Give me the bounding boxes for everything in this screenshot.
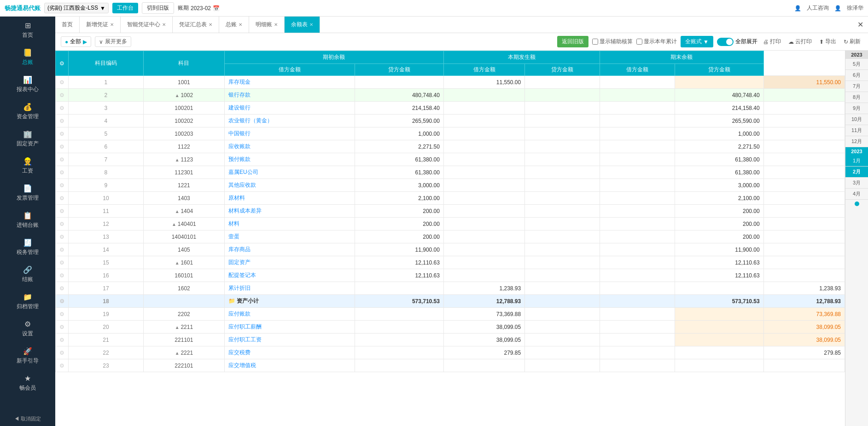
row-settings-icon[interactable]: ⚙ bbox=[59, 298, 64, 305]
tab-detail-ledger[interactable]: 明细账 ✕ bbox=[249, 17, 285, 33]
consult-label[interactable]: 人工咨询 bbox=[807, 4, 829, 12]
row-settings-icon[interactable]: ⚙ bbox=[59, 234, 64, 240]
settings-cell[interactable]: ⚙ bbox=[56, 256, 69, 269]
settings-cell[interactable]: ⚙ bbox=[56, 308, 69, 321]
month-3[interactable]: 3月 bbox=[845, 178, 868, 189]
subject-name[interactable]: 固定资产 bbox=[228, 259, 250, 265]
row-settings-icon[interactable]: ⚙ bbox=[59, 118, 64, 124]
row-settings-icon[interactable]: ⚙ bbox=[59, 285, 64, 292]
subject-name-cell[interactable]: 累计折旧 bbox=[225, 282, 355, 295]
settings-cell[interactable]: ⚙ bbox=[56, 102, 69, 115]
subject-name-cell[interactable]: 壹蛋 bbox=[225, 230, 355, 243]
sidebar-item-payroll[interactable]: 👷 工资 bbox=[0, 152, 55, 179]
subject-name[interactable]: 累计折旧 bbox=[228, 285, 250, 291]
subject-name[interactable]: 预付账款 bbox=[228, 156, 250, 162]
settings-cell[interactable]: ⚙ bbox=[56, 153, 69, 166]
month-7[interactable]: 7月 bbox=[845, 81, 868, 92]
toggle-switch[interactable] bbox=[717, 38, 734, 46]
tab-general-ledger-close[interactable]: ✕ bbox=[239, 22, 242, 27]
settings-cell[interactable]: ⚙ bbox=[56, 115, 69, 127]
subject-name[interactable]: 应付职工工资 bbox=[228, 336, 262, 343]
subject-name[interactable]: 应付职工薪酬 bbox=[228, 323, 262, 330]
sidebar-item-funds[interactable]: 💰 资金管理 bbox=[0, 98, 55, 125]
export-button[interactable]: ⬆ 导出 bbox=[817, 37, 838, 46]
tab-new-voucher-close[interactable]: ✕ bbox=[110, 22, 114, 27]
unpin-sidebar-button[interactable]: ◀ 取消固定 bbox=[0, 412, 55, 426]
subject-name-cell[interactable]: 应交增值税 bbox=[225, 359, 355, 372]
show-aux-check-label[interactable]: 显示辅助核算 bbox=[592, 38, 633, 46]
subject-name[interactable]: 壹蛋 bbox=[228, 233, 239, 240]
settings-cell[interactable]: ⚙ bbox=[56, 166, 69, 179]
settings-cell[interactable]: ⚙ bbox=[56, 346, 69, 359]
settings-cell[interactable]: ⚙ bbox=[56, 127, 69, 140]
sidebar-item-close[interactable]: 🔗 结账 bbox=[0, 261, 55, 288]
row-settings-icon[interactable]: ⚙ bbox=[59, 144, 64, 150]
sidebar-item-member[interactable]: ★ 畅会员 bbox=[0, 369, 55, 397]
tab-smart-voucher-close[interactable]: ✕ bbox=[162, 22, 166, 27]
subject-name[interactable]: 银行存款 bbox=[228, 92, 250, 98]
row-settings-icon[interactable]: ⚙ bbox=[59, 208, 64, 214]
month-10[interactable]: 10月 bbox=[845, 114, 868, 125]
month-8[interactable]: 8月 bbox=[845, 92, 868, 103]
sidebar-item-archive[interactable]: 📁 归档管理 bbox=[0, 288, 55, 315]
tab-home[interactable]: 首页 bbox=[55, 17, 80, 33]
row-settings-icon[interactable]: ⚙ bbox=[59, 311, 64, 317]
settings-cell[interactable]: ⚙ bbox=[56, 89, 69, 102]
subject-name-cell[interactable]: 预付账款 bbox=[225, 153, 355, 166]
row-settings-icon[interactable]: ⚙ bbox=[59, 195, 64, 201]
subject-name[interactable]: 建设银行 bbox=[228, 104, 250, 111]
sidebar-item-invoices[interactable]: 📄 发票管理 bbox=[0, 179, 55, 207]
tab-voucher-summary-close[interactable]: ✕ bbox=[209, 22, 212, 27]
settings-cell[interactable]: ⚙ bbox=[56, 192, 69, 205]
settings-cell[interactable]: ⚙ bbox=[56, 230, 69, 243]
row-settings-icon[interactable]: ⚙ bbox=[59, 169, 64, 176]
show-aux-checkbox[interactable] bbox=[592, 39, 598, 45]
settings-cell[interactable]: ⚙ bbox=[56, 205, 69, 218]
workbench-button[interactable]: 工作台 bbox=[112, 3, 138, 13]
subject-name[interactable]: 应付账款 bbox=[228, 311, 250, 317]
subject-name-cell[interactable]: 嘉属EU公司 bbox=[225, 166, 355, 179]
subject-name[interactable]: 材料成本差异 bbox=[228, 207, 262, 214]
tab-smart-voucher[interactable]: 智能凭证中心 ✕ bbox=[121, 17, 173, 33]
subject-name[interactable]: 原材料 bbox=[228, 195, 245, 201]
row-settings-icon[interactable]: ⚙ bbox=[59, 221, 64, 227]
subject-name-cell[interactable]: 库存现金 bbox=[225, 76, 355, 89]
tab-new-voucher[interactable]: 新增凭证 ✕ bbox=[80, 17, 121, 33]
row-settings-icon[interactable]: ⚙ bbox=[59, 247, 64, 253]
subject-name-cell[interactable]: 应付账款 bbox=[225, 308, 355, 321]
sidebar-item-tax[interactable]: 🧾 税务管理 bbox=[0, 234, 55, 261]
month-1[interactable]: 1月 bbox=[845, 155, 868, 167]
subject-name[interactable]: 嘉属EU公司 bbox=[228, 169, 258, 175]
subject-name[interactable]: 库存商品 bbox=[228, 246, 250, 253]
subject-name-cell[interactable]: 其他应收款 bbox=[225, 179, 355, 192]
sidebar-item-home[interactable]: ⊞ 首页 bbox=[0, 17, 55, 44]
tab-balance-sheet-close[interactable]: ✕ bbox=[309, 22, 313, 27]
month-5[interactable]: 5月 bbox=[845, 59, 868, 70]
month-11[interactable]: 11月 bbox=[845, 125, 868, 136]
month-9[interactable]: 9月 bbox=[845, 103, 868, 114]
row-settings-icon[interactable]: ⚙ bbox=[59, 182, 64, 189]
sidebar-item-guide[interactable]: 🚀 新手引导 bbox=[0, 342, 55, 369]
subject-name-cell[interactable]: 银行存款 bbox=[225, 89, 355, 102]
row-settings-icon[interactable]: ⚙ bbox=[59, 105, 64, 111]
month-12[interactable]: 12月 bbox=[845, 136, 868, 147]
subject-name-cell[interactable]: 应收账款 bbox=[225, 140, 355, 153]
tab-general-ledger[interactable]: 总账 ✕ bbox=[219, 17, 249, 33]
sidebar-item-ledger[interactable]: 📒 总账 bbox=[0, 44, 55, 71]
subject-name-cell[interactable]: 应付职工工资 bbox=[225, 334, 355, 346]
tab-balance-sheet[interactable]: 余额表 ✕ bbox=[285, 17, 320, 33]
subject-name-cell[interactable]: 📁 资产小计 bbox=[225, 295, 355, 308]
subject-name-cell[interactable]: 固定资产 bbox=[225, 256, 355, 269]
tab-voucher-summary[interactable]: 凭证汇总表 ✕ bbox=[173, 17, 219, 33]
subject-name[interactable]: 应交税费 bbox=[228, 349, 250, 356]
subject-name-cell[interactable]: 农业银行（黄金） bbox=[225, 115, 355, 127]
settings-cell[interactable]: ⚙ bbox=[56, 218, 69, 230]
switch-old-button[interactable]: 切到旧版 bbox=[142, 2, 174, 14]
subject-name[interactable]: 其他应收款 bbox=[228, 182, 256, 188]
subject-name[interactable]: 农业银行（黄金） bbox=[228, 117, 273, 124]
row-settings-icon[interactable]: ⚙ bbox=[59, 156, 64, 163]
subject-name-cell[interactable]: 应付职工薪酬 bbox=[225, 321, 355, 334]
cloud-print-button[interactable]: ☁ 云打印 bbox=[786, 37, 814, 46]
row-settings-icon[interactable]: ⚙ bbox=[59, 131, 64, 137]
month-6[interactable]: 6月 bbox=[845, 70, 868, 81]
